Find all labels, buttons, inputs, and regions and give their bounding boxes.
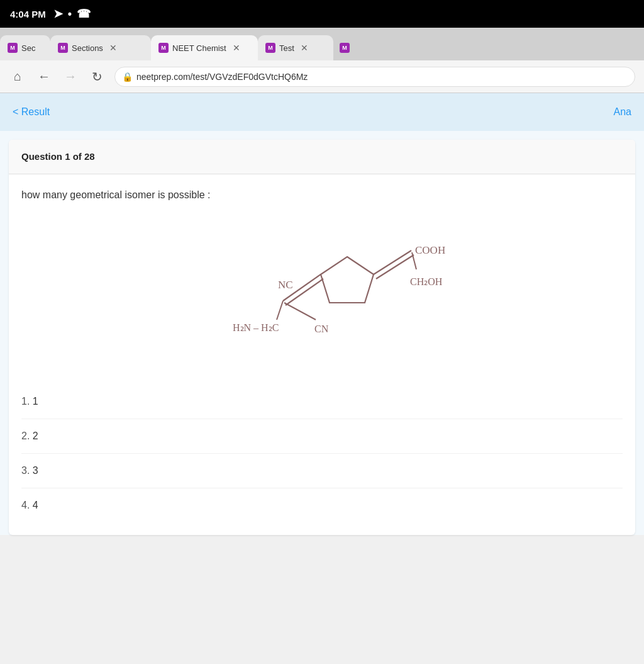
- option-3-number: 3.: [21, 465, 33, 476]
- reload-button[interactable]: ↻: [88, 69, 106, 84]
- svg-line-7: [284, 303, 316, 320]
- result-back-button[interactable]: < Result: [13, 106, 50, 118]
- svg-marker-0: [321, 257, 374, 303]
- address-bar: ⌂ ← → ↻ 🔒: [0, 60, 644, 93]
- tab-test-close[interactable]: ✕: [301, 43, 308, 53]
- option-2-value: 2: [33, 430, 38, 441]
- tab-sections-favicon: M: [58, 43, 68, 53]
- tab-test-label: Test: [279, 43, 294, 53]
- svg-text:CN: CN: [314, 324, 329, 334]
- tab-sections-label: Sections: [72, 43, 103, 53]
- chemical-structure: NC H₂N – H₂C CN COOH: [21, 216, 623, 354]
- address-wrapper: 🔒: [114, 67, 635, 87]
- tab-sec[interactable]: M Sec: [0, 35, 50, 60]
- options-list: 1. 1 2. 2 3. 3 4. 4: [9, 385, 635, 535]
- option-4-number: 4.: [21, 500, 33, 510]
- tab-test[interactable]: M Test ✕: [258, 35, 333, 60]
- option-3-value: 3: [33, 465, 38, 476]
- tabs-bar: M Sec M Sections ✕ M NEET Chemist ✕ M Te…: [0, 28, 644, 60]
- option-1-number: 1.: [21, 396, 33, 407]
- tab-test-favicon: M: [265, 43, 275, 53]
- option-4[interactable]: 4. 4: [21, 488, 623, 522]
- question-header: Question 1 of 28: [9, 140, 635, 174]
- result-header: < Result Ana: [0, 93, 644, 131]
- ana-label[interactable]: Ana: [614, 106, 631, 118]
- browser-chrome: M Sec M Sections ✕ M NEET Chemist ✕ M Te…: [0, 28, 644, 93]
- svg-line-8: [374, 250, 411, 274]
- tab-more-favicon: M: [340, 43, 350, 53]
- tab-sections[interactable]: M Sections ✕: [50, 35, 151, 60]
- option-2-number: 2.: [21, 430, 33, 441]
- option-2[interactable]: 2. 2: [21, 419, 623, 454]
- question-card: Question 1 of 28 how many geometrical is…: [9, 140, 635, 535]
- svg-text:CH₂OH: CH₂OH: [410, 276, 443, 287]
- tab-sec-favicon: M: [8, 43, 18, 53]
- tab-neet-favicon: M: [158, 43, 169, 53]
- page-content: < Result Ana Question 1 of 28 how many g…: [0, 93, 644, 535]
- navigation-icon: ➤: [53, 7, 63, 21]
- tab-neet-label: NEET Chemist: [172, 43, 226, 53]
- tab-neet-close[interactable]: ✕: [233, 43, 240, 53]
- tab-neet-chemist[interactable]: M NEET Chemist ✕: [151, 35, 258, 60]
- phone-icon: ☎: [77, 7, 91, 21]
- status-bar: 4:04 PM ➤ • ☎: [0, 0, 644, 28]
- forward-button[interactable]: →: [62, 69, 79, 84]
- option-3[interactable]: 3. 3: [21, 454, 623, 488]
- status-icons: ➤ • ☎: [53, 7, 91, 21]
- home-button[interactable]: ⌂: [9, 69, 26, 84]
- svg-text:COOH: COOH: [415, 244, 445, 256]
- option-1-value: 1: [33, 396, 38, 407]
- tab-sec-label: Sec: [21, 43, 35, 53]
- svg-line-9: [376, 255, 414, 279]
- tab-sections-close[interactable]: ✕: [109, 43, 117, 53]
- status-time: 4:04 PM: [10, 9, 46, 20]
- option-4-value: 4: [33, 500, 38, 510]
- more-tabs[interactable]: M: [333, 35, 356, 60]
- option-1[interactable]: 1. 1: [21, 385, 623, 419]
- lock-icon: 🔒: [122, 72, 133, 82]
- dot-icon: •: [68, 8, 72, 21]
- back-button[interactable]: ←: [35, 69, 53, 84]
- svg-text:NC: NC: [278, 279, 293, 291]
- question-body: how many geometrical isomer is possible …: [9, 174, 635, 385]
- structure-svg: NC H₂N – H₂C CN COOH: [171, 216, 473, 354]
- svg-text:H₂N – H₂C: H₂N – H₂C: [233, 322, 279, 333]
- question-number: Question 1 of 28: [21, 151, 95, 162]
- address-input[interactable]: [114, 67, 635, 87]
- svg-line-6: [277, 301, 283, 320]
- question-text: how many geometrical isomer is possible …: [21, 189, 623, 201]
